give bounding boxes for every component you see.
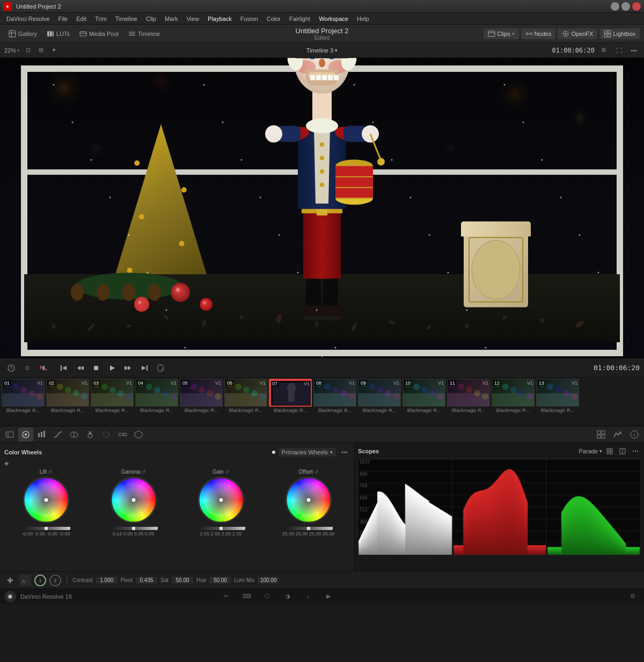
loop-button[interactable] [4, 361, 18, 375]
menu-davinci[interactable]: DaVinci Resolve [2, 14, 54, 23]
maximize-button[interactable] [621, 2, 630, 11]
step-back-button[interactable] [73, 361, 87, 375]
status-fairlight-btn[interactable]: ♪ [301, 590, 315, 604]
menu-fusion[interactable]: Fusion [236, 14, 262, 23]
status-fusion-btn[interactable]: ⬡ [260, 590, 274, 604]
add-control-btn[interactable]: ✚ [4, 575, 16, 586]
lightbox-button[interactable]: Lightbox [599, 28, 640, 39]
node-2[interactable]: 2 [49, 575, 61, 586]
menu-workspace[interactable]: Workspace [314, 14, 353, 23]
settings-button[interactable] [20, 361, 34, 375]
menu-mark[interactable]: Mark [160, 14, 182, 23]
close-button[interactable] [632, 2, 641, 11]
node-1[interactable]: 1 [34, 575, 46, 586]
status-cut-btn[interactable]: ✂ [219, 590, 233, 604]
loop-playback-button[interactable] [153, 361, 167, 375]
viewer-settings-button[interactable]: ⚙ [598, 45, 610, 56]
color-qual-btn[interactable] [67, 428, 82, 442]
menu-fairlight[interactable]: Fairlight [285, 14, 314, 23]
clip-item-08[interactable]: 08 V1 Blackmagic R... [313, 379, 357, 424]
stop-button[interactable] [89, 361, 103, 375]
minimize-button[interactable] [611, 2, 619, 11]
gallery-button[interactable]: Gallery [4, 28, 41, 39]
openfx-button[interactable]: OpenFX [558, 28, 597, 39]
menu-clip[interactable]: Clip [142, 14, 160, 23]
color-curves-btn[interactable] [50, 428, 65, 442]
gamma-reset-icon[interactable]: ↺ [141, 469, 145, 475]
color-bars-btn[interactable] [34, 428, 49, 442]
wheels-options-btn[interactable] [339, 447, 350, 458]
gain-slider[interactable] [197, 527, 245, 530]
clip-item-05[interactable]: 05 V1 Blackmagic R... [179, 379, 223, 424]
clip-item-03[interactable]: 03 V1 Blackmagic R... [90, 379, 134, 424]
audio-mute-button[interactable] [36, 361, 50, 375]
color-input-btn[interactable] [2, 428, 17, 442]
offset-wheel[interactable] [284, 476, 333, 524]
timeline-selector[interactable]: Timeline 3 ▾ [306, 47, 338, 54]
color-blur-btn[interactable] [99, 428, 114, 442]
scopes-settings-btn[interactable] [604, 446, 615, 457]
gain-reset-icon[interactable]: ↺ [225, 469, 229, 475]
color-gallery-btn[interactable] [594, 428, 609, 442]
clip-item-04[interactable]: 04 V1 Blackmagic R... [135, 379, 179, 424]
menu-playback[interactable]: Playback [203, 14, 236, 23]
contrast-value[interactable]: 1.000 [96, 577, 118, 584]
lift-wheel[interactable] [22, 476, 70, 524]
clip-item-06[interactable]: 06 V1 Blackmagic R... [224, 379, 268, 424]
view-fit-button[interactable]: ⊡ [22, 45, 34, 56]
color-3d-btn[interactable] [131, 428, 146, 442]
offset-reset-icon[interactable]: ↺ [314, 469, 318, 475]
clip-item-09[interactable]: 09 V1 Blackmagic R... [357, 379, 401, 424]
menu-view[interactable]: View [182, 14, 203, 23]
color-info-btn[interactable]: i [627, 428, 642, 442]
scopes-layout-btn[interactable] [617, 446, 628, 457]
clip-item-01[interactable]: 01 V1 Blackmagic R... [1, 379, 45, 424]
auto-color-btn[interactable]: A [19, 575, 31, 586]
offset-slider[interactable] [284, 527, 333, 530]
settings-gear-icon[interactable]: ⚙ [626, 590, 640, 604]
status-edit-btn[interactable]: ⌨ [240, 590, 254, 604]
color-wheels-btn[interactable] [18, 428, 33, 442]
go-to-end-button[interactable] [137, 361, 151, 375]
luts-button[interactable]: LUTs [42, 28, 74, 39]
menu-trim[interactable]: Trim [91, 14, 111, 23]
menu-edit[interactable]: Edit [72, 14, 91, 23]
scopes-more-btn[interactable] [630, 446, 641, 457]
pivot-value[interactable]: 0.435 [136, 577, 157, 584]
go-to-start-button[interactable] [57, 361, 71, 375]
viewer-fullscreen-button[interactable]: ⛶ [613, 45, 625, 56]
color-power-btn[interactable] [83, 428, 98, 442]
gamma-slider[interactable] [109, 527, 158, 530]
view-highlight-button[interactable]: ✦ [48, 45, 60, 56]
view-grid-button[interactable]: ⊞ [35, 45, 47, 56]
clip-item-07[interactable]: 07 V1 Blackmagic R... [268, 379, 312, 424]
clip-item-12[interactable]: 12 V1 Blackmagic R... [491, 379, 535, 424]
sat-value[interactable]: 50.00 [172, 577, 193, 584]
media-pool-button[interactable]: Media Pool [75, 28, 123, 39]
hue-value[interactable]: 50.00 [209, 577, 231, 584]
play-button[interactable] [105, 361, 119, 375]
clip-item-02[interactable]: 02 V1 Blackmagic R... [46, 379, 90, 424]
viewer-more-button[interactable]: ••• [628, 45, 640, 56]
add-node-btn[interactable]: ✚ [4, 461, 9, 467]
lum-mix-value[interactable]: 100.00 [258, 577, 279, 584]
clip-item-10[interactable]: 10 V1 Blackmagic R... [402, 379, 446, 424]
parade-selector[interactable]: Parade ▾ [579, 448, 602, 454]
step-forward-button[interactable] [121, 361, 135, 375]
timeline-tab-button[interactable]: Timeline [124, 28, 164, 39]
menu-help[interactable]: Help [353, 14, 374, 23]
status-deliver-btn[interactable]: ▶ [321, 590, 335, 604]
window-controls[interactable] [611, 2, 641, 11]
primaries-selector[interactable]: Primaries Wheels ▾ [279, 448, 336, 457]
zoom-control[interactable]: 22% ▾ [4, 47, 20, 54]
status-color-btn[interactable]: ◑ [281, 590, 295, 604]
lift-slider[interactable] [22, 527, 70, 530]
gain-wheel[interactable] [197, 476, 245, 524]
menu-timeline[interactable]: Timeline [111, 14, 142, 23]
menu-file[interactable]: File [54, 14, 72, 23]
lift-reset-icon[interactable]: ↺ [48, 469, 52, 475]
color-scopes-btn[interactable] [610, 428, 625, 442]
clip-item-11[interactable]: 11 V1 Blackmagic R... [447, 379, 491, 424]
color-key-btn[interactable] [115, 428, 130, 442]
clip-item-13[interactable]: 13 V1 Blackmagic R... [536, 379, 580, 424]
